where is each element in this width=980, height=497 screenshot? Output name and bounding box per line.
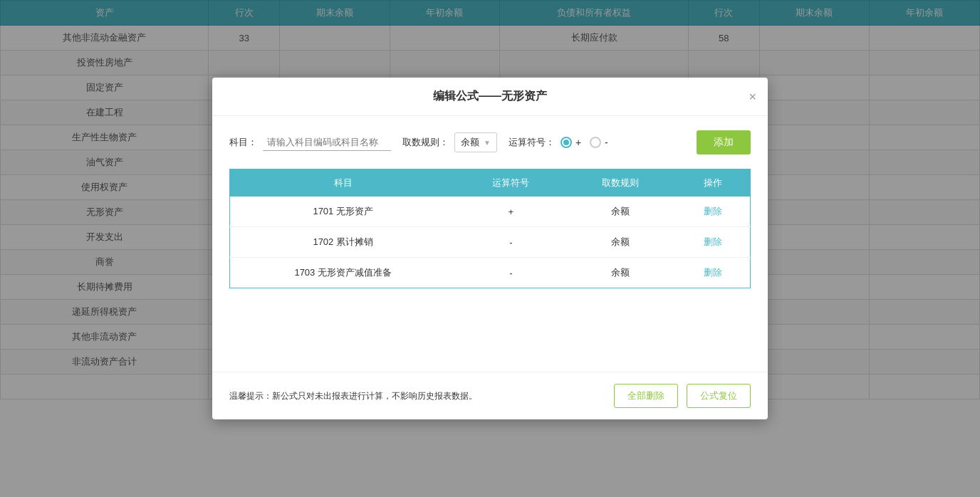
table-row: 1701 无形资产 + 余额 删除 <box>230 197 751 227</box>
modal-header: 编辑公式——无形资产 × <box>212 78 768 116</box>
table-row: 1703 无形资产减值准备 - 余额 删除 <box>230 258 751 288</box>
rule-select-value: 余额 <box>461 136 479 149</box>
operator-radio-group: + - <box>561 137 608 148</box>
delete-all-button[interactable]: 全部删除 <box>614 384 678 408</box>
modal-body: 科目： 取数规则： 余额 ▼ 运算符号： + <box>212 116 768 372</box>
operator-label: 运算符号： <box>509 136 555 149</box>
operator-plus-label: + <box>575 137 581 148</box>
row1-operator: + <box>456 197 565 227</box>
operator-plus-radio[interactable]: + <box>561 137 581 148</box>
footer-tip: 温馨提示：新公式只对未出报表进行计算，不影响历史报表数据。 <box>229 390 477 402</box>
subject-group: 科目： <box>229 134 391 151</box>
row2-action[interactable]: 删除 <box>676 227 751 258</box>
col-operator: 运算符号 <box>456 169 565 197</box>
reset-formula-button[interactable]: 公式复位 <box>687 384 751 408</box>
operator-group: 运算符号： + - <box>509 136 608 149</box>
modal-title: 编辑公式——无形资产 <box>433 90 547 102</box>
row2-subject: 1702 累计摊销 <box>230 227 457 258</box>
row3-action[interactable]: 删除 <box>676 258 751 288</box>
col-action: 操作 <box>676 169 751 197</box>
operator-minus-radio[interactable]: - <box>590 137 608 148</box>
row3-subject: 1703 无形资产减值准备 <box>230 258 457 288</box>
tip-content: 新公式只对未出报表进行计算，不影响历史报表数据。 <box>272 391 477 401</box>
form-row: 科目： 取数规则： 余额 ▼ 运算符号： + <box>229 130 751 155</box>
formula-table: 科目 运算符号 取数规则 操作 1701 无形资产 + 余额 删除 1702 累… <box>229 169 751 288</box>
row2-operator: - <box>456 227 565 258</box>
delete-button-3[interactable]: 删除 <box>704 267 722 278</box>
modal-close-button[interactable]: × <box>749 90 756 103</box>
delete-button-2[interactable]: 删除 <box>704 236 722 247</box>
rule-group: 取数规则： 余额 ▼ <box>402 132 497 152</box>
row3-rule: 余额 <box>565 258 675 288</box>
modal-overlay: 编辑公式——无形资产 × 科目： 取数规则： 余额 ▼ 运 <box>0 0 980 497</box>
modal-dialog: 编辑公式——无形资产 × 科目： 取数规则： 余额 ▼ 运 <box>212 78 768 419</box>
delete-button-1[interactable]: 删除 <box>704 206 722 216</box>
rule-label: 取数规则： <box>402 136 449 149</box>
row1-action[interactable]: 删除 <box>676 197 751 227</box>
subject-input[interactable] <box>263 134 391 151</box>
tip-prefix: 温馨提示： <box>229 391 272 401</box>
row1-subject: 1701 无形资产 <box>230 197 457 227</box>
modal-footer: 温馨提示：新公式只对未出报表进行计算，不影响历史报表数据。 全部删除 公式复位 <box>212 372 768 419</box>
col-rule: 取数规则 <box>565 169 675 197</box>
dropdown-arrow-icon: ▼ <box>484 139 491 147</box>
table-row: 1702 累计摊销 - 余额 删除 <box>230 227 751 258</box>
rule-select[interactable]: 余额 ▼ <box>454 132 497 152</box>
operator-minus-label: - <box>605 137 608 148</box>
radio-plus-icon <box>561 137 572 148</box>
subject-label: 科目： <box>229 136 257 149</box>
col-subject: 科目 <box>230 169 457 197</box>
row3-operator: - <box>456 258 565 288</box>
row1-rule: 余额 <box>565 197 675 227</box>
row2-rule: 余额 <box>565 227 675 258</box>
add-button[interactable]: 添加 <box>697 130 751 155</box>
radio-minus-icon <box>590 137 601 148</box>
footer-buttons: 全部删除 公式复位 <box>614 384 751 408</box>
